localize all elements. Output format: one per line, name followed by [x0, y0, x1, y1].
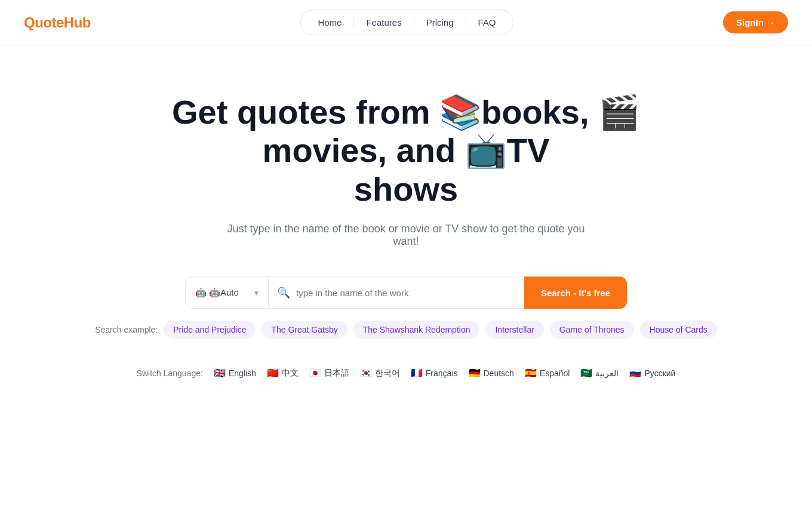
nav-faq[interactable]: FAQ [470, 14, 505, 31]
search-examples: Search example: Pride and Prejudice The … [95, 321, 717, 339]
label-japanese: 日本語 [324, 368, 349, 379]
flag-arabic: 🇸🇦 [580, 367, 592, 379]
lang-german[interactable]: 🇩🇪 Deutsch [469, 367, 514, 379]
example-shawshank[interactable]: The Shawshank Redemption [353, 321, 480, 339]
title-movies-icon: 🎬 [598, 93, 640, 131]
search-input-wrapper: 🔍 [269, 277, 524, 309]
label-german: Deutsch [484, 368, 514, 378]
nav-separator-2 [414, 17, 414, 28]
search-bar: 🤖 🤖Auto ▾ 🔍 Search - It's free [185, 277, 627, 309]
example-great-gatsby[interactable]: The Great Gatsby [262, 321, 347, 339]
nav-home[interactable]: Home [309, 14, 350, 31]
logo: QuoteHub [24, 14, 91, 31]
label-french: Français [426, 368, 458, 378]
nav-separator-1 [353, 17, 354, 28]
hero-title: Get quotes from 📚books, 🎬movies, and 📺TV… [137, 93, 675, 208]
chevron-down-icon: ▾ [254, 288, 259, 297]
flag-russian: 🇷🇺 [629, 367, 641, 379]
flag-english: 🇬🇧 [214, 367, 226, 379]
language-selector[interactable]: 🤖 🤖Auto ▾ [185, 277, 269, 309]
lang-korean[interactable]: 🇰🇷 한국어 [360, 367, 400, 379]
flag-german: 🇩🇪 [469, 367, 481, 379]
nav-separator-3 [466, 17, 466, 28]
lang-spanish[interactable]: 🇪🇸 Español [525, 367, 570, 379]
lang-french[interactable]: 🇫🇷 Français [411, 367, 458, 379]
search-icon: 🔍 [277, 286, 290, 299]
lang-russian[interactable]: 🇷🇺 Русский [629, 367, 675, 379]
label-korean: 한국어 [375, 368, 400, 379]
flag-chinese: 🇨🇳 [267, 367, 279, 379]
lang-arabic[interactable]: 🇸🇦 العربية [580, 367, 619, 379]
language-switcher: Switch Language: 🇬🇧 English 🇨🇳 中文 🇯🇵 日本語… [137, 367, 676, 379]
label-arabic: العربية [595, 368, 619, 378]
label-english: English [229, 368, 256, 378]
label-chinese: 中文 [282, 368, 299, 379]
lang-english[interactable]: 🇬🇧 English [214, 367, 256, 379]
example-house-of-cards[interactable]: House of Cards [640, 321, 717, 339]
signin-button[interactable]: SignIn → [723, 11, 788, 33]
example-game-of-thrones[interactable]: Game of Thrones [550, 321, 634, 339]
examples-label: Search example: [95, 325, 158, 334]
example-interstellar[interactable]: Interstellar [485, 321, 543, 339]
title-part1: Get quotes from [172, 93, 439, 131]
flag-japanese: 🇯🇵 [309, 367, 321, 379]
nav-pricing[interactable]: Pricing [418, 14, 462, 31]
lang-japanese[interactable]: 🇯🇵 日本語 [309, 367, 349, 379]
search-button[interactable]: Search - It's free [524, 277, 627, 309]
auto-icon: 🤖 [195, 287, 207, 298]
search-input[interactable] [296, 288, 515, 298]
lang-chinese[interactable]: 🇨🇳 中文 [267, 367, 299, 379]
header: QuoteHub Home Features Pricing FAQ SignI… [0, 0, 812, 45]
hero-section: Get quotes from 📚books, 🎬movies, and 📺TV… [0, 45, 812, 403]
example-pride-and-prejudice[interactable]: Pride and Prejudice [164, 321, 256, 339]
title-books-icon: 📚 [439, 93, 481, 131]
main-nav: Home Features Pricing FAQ [300, 10, 513, 35]
nav-features[interactable]: Features [358, 14, 410, 31]
title-tv-icon: 📺 [465, 131, 507, 169]
auto-label: 🤖Auto [209, 287, 239, 298]
flag-french: 🇫🇷 [411, 367, 423, 379]
lang-switcher-label: Switch Language: [137, 368, 203, 378]
label-spanish: Español [540, 368, 570, 378]
title-books: books, [481, 93, 598, 131]
hero-subtitle: Just type in the name of the book or mov… [227, 223, 585, 248]
title-movies: movies, and [263, 131, 465, 169]
search-section: 🤖 🤖Auto ▾ 🔍 Search - It's free Search ex… [24, 277, 788, 339]
flag-korean: 🇰🇷 [360, 367, 372, 379]
label-russian: Русский [644, 368, 675, 378]
flag-spanish: 🇪🇸 [525, 367, 537, 379]
